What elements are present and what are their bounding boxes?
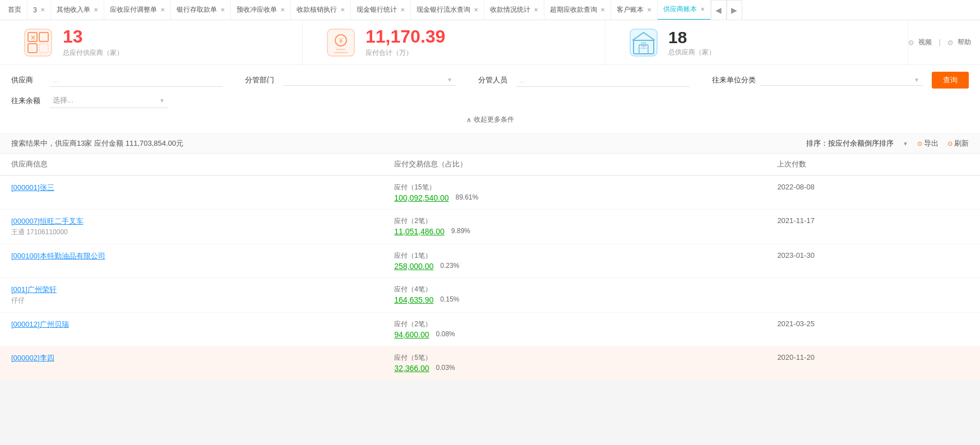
person-label: 分管人员 [478,75,512,85]
tab-cash-bank-flow[interactable]: 现金银行流水查询 ✕ [411,0,484,20]
tab-bank-deposit[interactable]: 银行存取款单 ✕ [171,0,231,20]
tx-label: 应付（1笔） [394,251,777,261]
dept-label: 分管部门 [245,75,279,85]
last-pay-date: 2021-03-25 [777,319,815,328]
tab-collection-stats[interactable]: 收款情况统计 ✕ [484,0,544,20]
help-link[interactable]: 帮助 [958,38,971,47]
last-pay-date: 2022-08-08 [777,183,815,191]
search-button[interactable]: 查询 [932,72,969,89]
close-icon[interactable]: ✕ [340,7,345,13]
tx-info-cell: 应付（5笔） 32,366.00 0.03% [394,353,777,373]
tx-info-cell: 应付（15笔） 100,092,540.00 89.61% [394,183,777,202]
nav-next-arrow[interactable]: ▶ [727,0,742,20]
video-link[interactable]: 视频 [918,38,932,47]
results-actions: 排序：按应付余额倒序排序 ▼ ⊙ 导出 ⊙ 刷新 [806,138,969,149]
total-suppliers-num: 18 [668,28,715,47]
last-pay-cell: 2020-11-20 [777,353,969,361]
last-pay-cell: 2023-01-30 [777,251,969,259]
tx-amount[interactable]: 32,366.00 [394,364,429,373]
tx-pct: 89.61% [456,193,479,201]
top-navigation: 首页 3 ✕ 其他收入单 ✕ 应收应付调整单 ✕ 银行存取款单 ✕ 预收冲应收单… [0,0,980,20]
payable-suppliers-label: 总应付供应商（家） [63,48,123,58]
refresh-button[interactable]: ⊙ 刷新 [947,138,969,149]
supplier-sub-info: 仔仔 [11,296,394,305]
tx-pct: 0.03% [436,364,455,372]
supplier-link[interactable]: [001]广州荣轩 [11,285,394,295]
supplier-link[interactable]: [000002]李四 [11,353,394,363]
supplier-link[interactable]: [000100]本特勤油品有限公司 [11,251,394,261]
tab-overdue-ar[interactable]: 超期应收款查询 ✕ [544,0,611,20]
supplier-input[interactable]: ... [49,73,223,87]
tx-amount[interactable]: 11,051,486.00 [394,227,445,236]
tx-amount[interactable]: 164,635.90 [394,295,433,304]
close-icon[interactable]: ✕ [280,7,285,13]
close-icon[interactable]: ✕ [534,7,538,13]
supplier-link[interactable]: [000001]张三 [11,183,394,193]
tx-amount[interactable]: 258,000.00 [394,262,433,271]
tx-label: 应付（2笔） [394,319,777,329]
total-suppliers-label: 总供应商（家） [668,48,715,57]
category-select[interactable]: ▼ [760,75,923,86]
close-icon[interactable]: ✕ [474,7,478,13]
supplier-info-cell: [000001]张三 [11,183,394,193]
close-icon[interactable]: ✕ [94,7,98,13]
tx-info-cell: 应付（2笔） 94,600.00 0.08% [394,319,777,339]
col-header-last-pay: 上次付数 [777,159,969,169]
supplier-sub-info: 王通 17106110000 [11,228,394,237]
filter-area: 供应商 ... 分管部门 ▼ 分管人员 ... 往来单位分类 ▼ [0,65,980,134]
dept-select[interactable]: ▼ [283,75,456,86]
circle-icon: ⊙ [908,39,914,47]
tab-customer-ledger[interactable]: 客户账本 ✕ [611,0,658,20]
tx-amount[interactable]: 100,092,540.00 [394,193,449,202]
col-header-supplier: 供应商信息 [11,159,394,169]
tab-ar-ap-adjust[interactable]: 应收应付调整单 ✕ [104,0,171,20]
tx-pct: 0.23% [440,262,459,270]
tab-home[interactable]: 首页 [2,0,27,20]
tab-prepay[interactable]: 预收冲应收单 ✕ [231,0,291,20]
last-pay-date: 2020-11-20 [777,353,815,361]
nav-prev-arrow[interactable]: ◀ [711,0,727,20]
tx-pct: 9.89% [451,227,470,235]
supplier-link[interactable]: [000007]恒旺二手叉车 [11,216,394,226]
sort-label[interactable]: 排序：按应付余额倒序排序 [806,138,894,149]
person-select[interactable]: ... [516,73,690,87]
filter-supplier: 供应商 ... [11,73,223,87]
chevron-up-icon: ∧ [466,116,471,124]
refresh-icon: ⊙ [947,140,953,147]
table-row: [000100]本特勤油品有限公司 应付（1笔） 258,000.00 0.23… [0,244,980,278]
supplier-info-cell: [001]广州荣轩 仔仔 [11,285,394,305]
close-icon[interactable]: ✕ [600,7,605,13]
close-icon[interactable]: ✕ [700,6,705,12]
tab-supplier-ledger[interactable]: 供应商账本 ✕ [658,0,711,20]
top-right-links: ⊙ 视频 ｜ ⊙ 帮助 [908,38,980,47]
close-icon[interactable]: ✕ [220,7,225,13]
close-icon[interactable]: ✕ [40,7,45,13]
close-icon[interactable]: ✕ [400,7,405,13]
supplier-link[interactable]: [000012]广州贝瑞 [11,319,394,330]
table-row: [000002]李四 应付（5笔） 32,366.00 0.03% 2020-1… [0,346,980,380]
tab-other-income[interactable]: 其他收入单 ✕ [51,0,104,20]
close-icon[interactable]: ✕ [160,7,165,13]
chevron-down-icon: ▼ [914,77,919,83]
export-icon: ⊙ [917,140,922,147]
last-pay-cell: 2022-08-08 [777,183,969,191]
payable-total-label: 应付合计（万） [366,48,445,58]
chevron-down-icon: ▼ [159,98,165,104]
payable-total-icon: ¥ [325,27,357,58]
tab-cash-bank-stats[interactable]: 现金银行统计 ✕ [351,0,411,20]
close-icon[interactable]: ✕ [647,7,651,13]
export-button[interactable]: ⊙ 导出 [917,138,939,149]
balance-label: 往来余额 [11,96,45,106]
tx-pct: 0.15% [440,295,459,303]
total-suppliers-icon [628,27,659,58]
supplier-table: 供应商信息 应付交易信息（占比） 上次付数 [000001]张三 应付（15笔）… [0,154,980,380]
collapse-button[interactable]: ∧ 收起更多条件 [11,113,969,129]
tx-label: 应付（2笔） [394,216,777,226]
tab-collection-exec[interactable]: 收款核销执行 ✕ [291,0,351,20]
tab-3[interactable]: 3 ✕ [27,0,51,20]
balance-select[interactable]: 选择... ▼ [49,93,168,108]
tx-amount[interactable]: 94,600.00 [394,330,429,339]
supplier-label: 供应商 [11,75,45,85]
filter-dept: 分管部门 ▼ [245,75,456,86]
stats-bar: 13 总应付供应商（家） ¥ 11,170.39 应付合计（万） [0,20,980,65]
